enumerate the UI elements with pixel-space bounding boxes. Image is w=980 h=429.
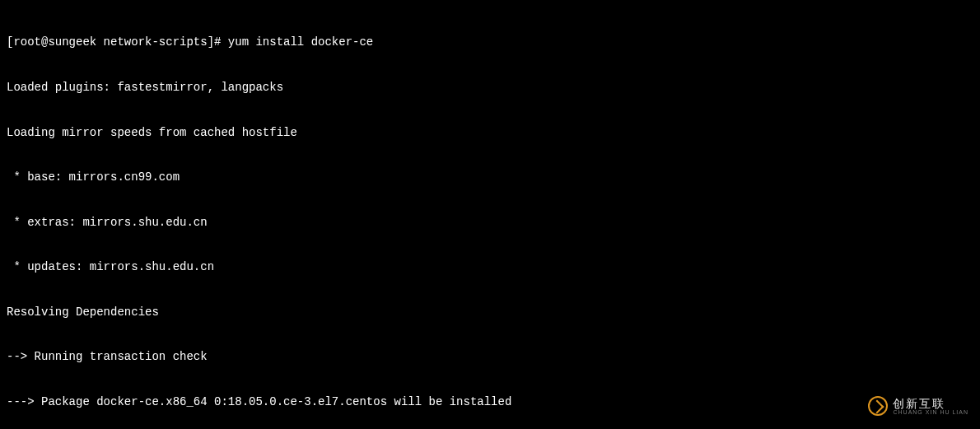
- terminal-output: [root@sungeek network-scripts]# yum inst…: [7, 5, 973, 429]
- output-line: * extras: mirrors.shu.edu.cn: [7, 215, 973, 230]
- output-line: Loaded plugins: fastestmirror, langpacks: [7, 80, 973, 95]
- output-line: * updates: mirrors.shu.edu.cn: [7, 259, 973, 274]
- output-line: Resolving Dependencies: [7, 305, 973, 319]
- typed-command: yum install docker-ce: [228, 35, 373, 49]
- shell-prompt: [root@sungeek network-scripts]#: [7, 35, 228, 49]
- output-line: Loading mirror speeds from cached hostfi…: [7, 125, 973, 140]
- output-line: * base: mirrors.cn99.com: [7, 170, 973, 184]
- watermark-main-text: 创新互联: [893, 398, 968, 409]
- output-line: ---> Package docker-ce.x86_64 0:18.05.0.…: [7, 394, 973, 409]
- watermark-logo-icon: [868, 396, 888, 416]
- output-line: --> Running transaction check: [7, 349, 973, 364]
- command-line: [root@sungeek network-scripts]# yum inst…: [7, 35, 973, 49]
- watermark: 创新互联 CHUANG XIN HU LIAN: [868, 396, 968, 416]
- watermark-text-block: 创新互联 CHUANG XIN HU LIAN: [893, 398, 968, 415]
- watermark-sub-text: CHUANG XIN HU LIAN: [893, 409, 968, 415]
